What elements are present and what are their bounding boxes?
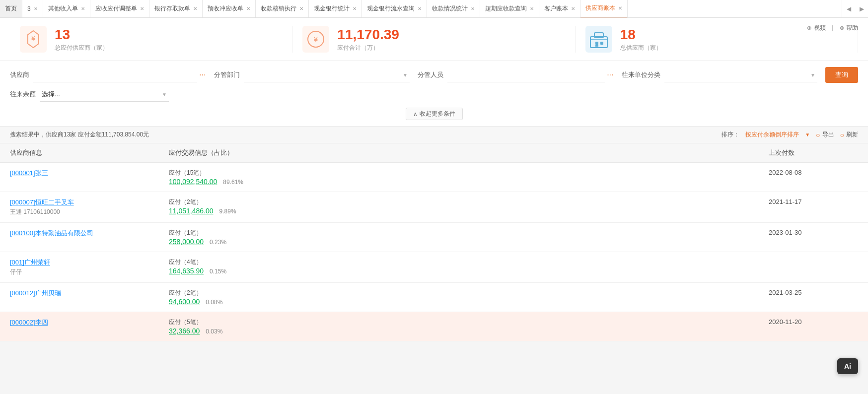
collapse-label: 收起更多条件 [420,110,455,118]
nav-arrow-left[interactable]: ◀ [842,0,855,18]
nav-tab-customer[interactable]: 客户账本 ✕ [539,0,580,18]
table-row[interactable]: [001]广州荣轩 仔仔 应付（4笔） 164,635.90 0.15% [0,252,868,283]
table-row[interactable]: [000007]恒旺二手叉车 王通 17106110000 应付（2笔） 11,… [0,192,868,223]
nav-tab-home[interactable]: 首页 [0,0,22,18]
export-icon: ○ [816,131,820,139]
row-3-tx-pct: 0.15% [210,268,226,275]
nav-tab-ap-adjust-close[interactable]: ✕ [140,6,144,11]
svg-rect-9 [595,42,598,45]
sort-value[interactable]: 按应付余额倒序排序 [745,131,799,139]
filter-person-label: 分管人员 [418,70,443,79]
table-row[interactable]: [000100]本特勤油品有限公司 应付（1笔） 258,000.00 0.23… [0,223,868,252]
nav-tab-advance[interactable]: 预收冲应收单 ✕ [203,0,256,18]
nav-tab-t3-close[interactable]: ✕ [34,6,38,11]
nav-tab-cash-stat[interactable]: 现金银行统计 ✕ [309,0,362,18]
person-input[interactable] [447,67,605,82]
supplier-dots-icon[interactable]: ··· [199,70,206,79]
row-4-supplier-name[interactable]: [000012]广州贝瑞 [10,289,169,298]
balance-select[interactable]: 选择... [40,87,169,102]
nav-tab-cash-stat-close[interactable]: ✕ [353,6,357,11]
supplier-input[interactable] [33,67,197,82]
row-3-transaction: 应付（4笔） 164,635.90 0.15% [169,258,769,275]
video-label: 视频 [814,24,826,31]
collapse-button[interactable]: ∧ 收起更多条件 [406,108,463,120]
row-1-supplier-name[interactable]: [000007]恒旺二手叉车 [10,198,169,207]
row-5-supplier: [000002]李四 [10,318,169,328]
filter-area: 供应商 ··· 分管部门 ▼ 分管人员 ··· 往来单位分类 [0,61,868,127]
nav-tab-t3[interactable]: 3 ✕ [22,0,43,18]
nav-tab-other-income[interactable]: 其他收入单 ✕ [43,0,90,18]
row-5-tx-amount[interactable]: 32,366.00 [169,327,200,335]
row-1-tx-amount[interactable]: 11,051,486.00 [169,207,214,215]
nav-tab-other-income-close[interactable]: ✕ [81,6,85,11]
video-link[interactable]: ⊙ 视频 [807,24,825,32]
nav-tab-ap-adjust[interactable]: 应收应付调整单 ✕ [90,0,149,18]
row-0-supplier: [000001]张三 [10,169,169,179]
nav-tab-supplier-close[interactable]: ✕ [618,5,622,11]
nav-tab-receipt-close[interactable]: ✕ [299,6,303,11]
payable-suppliers-label: 总应付供应商（家） [55,44,108,52]
nav-tab-advance-close[interactable]: ✕ [246,6,250,11]
person-dots-icon[interactable]: ··· [607,70,613,79]
total-suppliers-content: 18 总供应商（家） [620,26,662,53]
nav-tab-overdue[interactable]: 超期应收款查询 ✕ [480,0,539,18]
nav-tab-receipt-label: 收款核销执行 [261,4,296,13]
row-4-supplier: [000012]广州贝瑞 [10,289,169,299]
svg-text:¥: ¥ [31,34,35,42]
col-header-supplier: 供应商信息 [10,148,169,157]
nav-tab-cash-flow-label: 现金银行流水查询 [367,4,415,13]
nav-tab-cash-flow[interactable]: 现金银行流水查询 ✕ [362,0,427,18]
nav-tab-supplier[interactable]: 供应商账本 ✕ [580,0,628,18]
dept-select[interactable] [244,67,410,82]
query-button[interactable]: 查询 [825,67,858,83]
row-4-tx-label: 应付（2笔） [169,289,769,297]
sort-chevron-down-icon[interactable]: ▼ [805,132,810,137]
nav-tab-bank-deposit-label: 银行存取款单 [154,4,190,13]
nav-tab-customer-label: 客户账本 [544,4,568,13]
row-1-tx-label: 应付（2笔） [169,198,769,206]
total-suppliers-label: 总供应商（家） [620,44,662,52]
nav-tab-collection-stat-close[interactable]: ✕ [471,6,475,11]
help-label: 帮助 [846,24,858,31]
nav-tab-cash-flow-close[interactable]: ✕ [418,6,422,11]
row-3-supplier-name[interactable]: [001]广州荣轩 [10,258,169,267]
row-0-tx-row: 100,092,540.00 89.61% [169,177,769,186]
help-link[interactable]: ⊙ 帮助 [840,24,858,32]
nav-tab-other-income-label: 其他收入单 [48,4,78,13]
row-2-last-pay-value: 2023-01-30 [769,229,802,236]
table-row[interactable]: [000002]李四 应付（5笔） 32,366.00 0.03% 2020-1… [0,312,868,341]
refresh-button[interactable]: ○ 刷新 [840,131,858,139]
row-4-tx-row: 94,600.00 0.08% [169,297,769,306]
row-4-transaction: 应付（2笔） 94,600.00 0.08% [169,289,769,306]
table-row[interactable]: [000012]广州贝瑞 应付（2笔） 94,600.00 0.08% 2021… [0,283,868,312]
table-row[interactable]: [000001]张三 应付（15笔） 100,092,540.00 89.61%… [0,163,868,192]
nav-tab-bank-deposit[interactable]: 银行存取款单 ✕ [149,0,203,18]
nav-arrow-right[interactable]: ▶ [855,0,868,18]
ap-total-icon: ¥ [302,26,329,53]
nav-tab-collection-stat[interactable]: 收款情况统计 ✕ [427,0,480,18]
total-suppliers-icon [585,26,612,53]
row-5-tx-pct: 0.03% [206,328,222,335]
nav-tab-customer-close[interactable]: ✕ [571,6,575,11]
row-5-supplier-name[interactable]: [000002]李四 [10,318,169,327]
row-2-supplier-name[interactable]: [000100]本特勤油品有限公司 [10,229,169,238]
row-4-last-pay: 2021-03-25 [769,289,858,296]
row-1-transaction: 应付（2笔） 11,051,486.00 9.89% [169,198,769,215]
export-label: 导出 [822,131,834,139]
help-icon: ⊙ [840,24,845,31]
row-0-tx-amount[interactable]: 100,092,540.00 [169,178,217,186]
nav-tab-overdue-close[interactable]: ✕ [530,6,534,11]
row-0-supplier-name[interactable]: [000001]张三 [10,169,169,178]
result-bar-right: 排序： 按应付余额倒序排序 ▼ ○ 导出 ○ 刷新 [722,131,858,139]
category-select[interactable] [664,67,818,82]
export-button[interactable]: ○ 导出 [816,131,834,139]
nav-tab-bank-deposit-close[interactable]: ✕ [193,6,197,11]
row-1-last-pay-value: 2021-11-17 [769,198,802,205]
row-3-supplier: [001]广州荣轩 仔仔 [10,258,169,276]
row-3-tx-amount[interactable]: 164,635.90 [169,267,204,275]
row-4-tx-amount[interactable]: 94,600.00 [169,298,200,306]
nav-tab-collection-stat-label: 收款情况统计 [432,4,468,13]
nav-tab-receipt[interactable]: 收款核销执行 ✕ [256,0,309,18]
row-0-transaction: 应付（15笔） 100,092,540.00 89.61% [169,169,769,186]
row-2-tx-amount[interactable]: 258,000.00 [169,238,204,246]
